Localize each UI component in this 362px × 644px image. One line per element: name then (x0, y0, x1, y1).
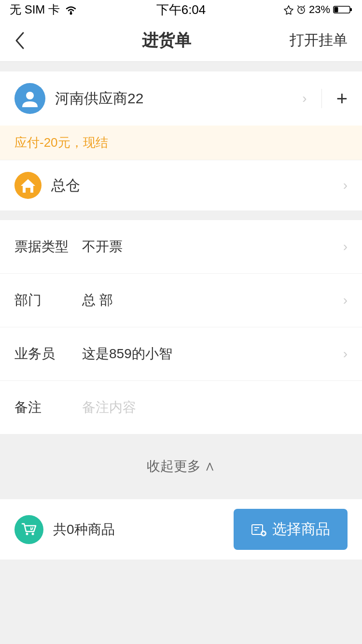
supplier-row[interactable]: 河南供应商22 › + (0, 71, 362, 126)
warehouse-name: 总仓 (51, 176, 343, 196)
invoice-type-row[interactable]: 票据类型 不开票 › (0, 220, 362, 274)
svg-point-7 (26, 92, 34, 99)
product-count: 共0种商品 (53, 520, 234, 539)
cart-icon (14, 515, 43, 544)
svg-rect-5 (350, 8, 352, 11)
form-section: 票据类型 不开票 › 部门 总 部 › 业务员 这是859的小智 › 备注 备注… (0, 220, 362, 434)
product-bar: 共0种商品 选择商品 (0, 499, 362, 560)
notice-banner: 应付-20元，现结 (0, 126, 362, 160)
sim-status: 无 SIM 卡 (10, 2, 60, 17)
svg-point-12 (32, 532, 34, 535)
vertical-divider (321, 89, 322, 108)
open-pending-button[interactable]: 打开挂单 (290, 30, 348, 50)
warehouse-icon (14, 172, 42, 199)
select-product-label: 选择商品 (272, 519, 330, 539)
location-icon (284, 5, 293, 14)
invoice-type-value: 不开票 (72, 238, 343, 256)
salesman-row[interactable]: 业务员 这是859的小智 › (0, 327, 362, 381)
warehouse-row[interactable]: 总仓 › (0, 160, 362, 210)
salesman-chevron-icon: › (343, 346, 348, 362)
house-icon (20, 177, 36, 194)
top-divider (0, 62, 362, 71)
alarm-icon (296, 5, 306, 14)
collapse-label: 收起更多 ∧ (147, 457, 216, 476)
nav-bar: 进货单 打开挂单 (0, 19, 362, 62)
invoice-type-chevron-icon: › (343, 239, 348, 254)
back-button[interactable] (14, 31, 43, 50)
supplier-actions: › + (302, 88, 348, 110)
wifi-icon (64, 4, 78, 15)
department-label: 部门 (14, 291, 72, 309)
svg-marker-8 (21, 179, 35, 186)
person-icon (20, 89, 40, 108)
status-time: 下午6:04 (156, 1, 206, 18)
remark-input[interactable]: 备注内容 (72, 398, 348, 417)
warehouse-chevron-icon: › (343, 178, 348, 193)
select-product-button[interactable]: 选择商品 (234, 509, 348, 550)
status-left: 无 SIM 卡 (10, 2, 78, 17)
shopping-cart-icon (20, 521, 38, 538)
remark-row[interactable]: 备注 备注内容 (0, 381, 362, 434)
department-chevron-icon: › (343, 293, 348, 308)
add-icon[interactable]: + (336, 88, 348, 110)
svg-point-0 (70, 13, 72, 15)
invoice-type-label: 票据类型 (14, 238, 72, 256)
battery-icon (333, 5, 352, 14)
bottom-area (0, 560, 362, 644)
supplier-section: 河南供应商22 › + 应付-20元，现结 总仓 › (0, 71, 362, 210)
svg-rect-10 (26, 188, 30, 193)
remark-label: 备注 (14, 398, 72, 417)
salesman-value: 这是859的小智 (72, 345, 343, 363)
collapse-row[interactable]: 收起更多 ∧ (0, 444, 362, 489)
select-product-icon (251, 523, 266, 536)
department-value: 总 部 (72, 291, 343, 309)
department-row[interactable]: 部门 总 部 › (0, 274, 362, 327)
salesman-label: 业务员 (14, 345, 72, 363)
svg-point-11 (26, 532, 28, 535)
status-bar: 无 SIM 卡 下午6:04 23% (0, 0, 362, 19)
supplier-avatar (14, 83, 45, 114)
page-title: 进货单 (142, 29, 191, 52)
supplier-name: 河南供应商22 (55, 89, 302, 109)
battery-percent: 23% (309, 3, 330, 16)
supplier-chevron-icon: › (302, 91, 306, 106)
status-right: 23% (284, 3, 352, 16)
svg-rect-6 (334, 7, 338, 13)
